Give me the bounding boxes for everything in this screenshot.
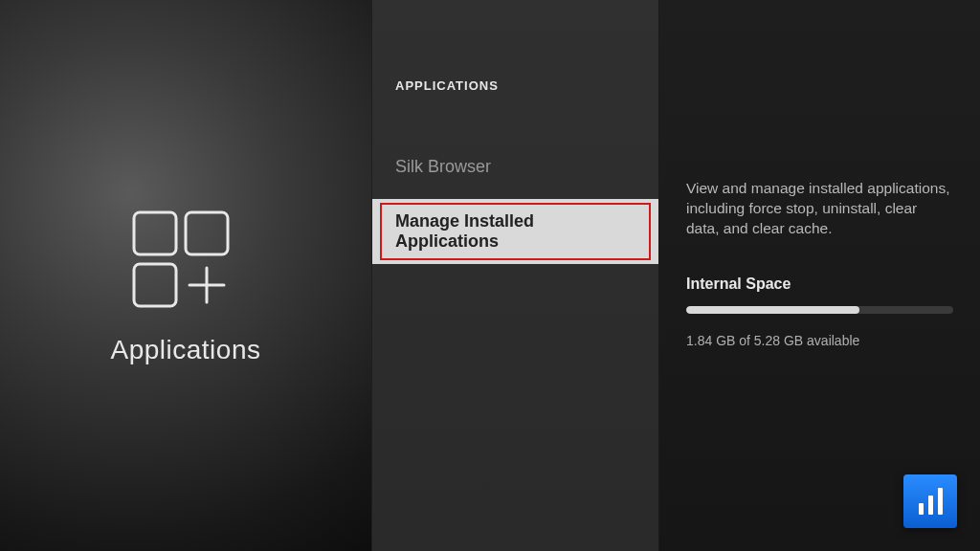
bar-chart-icon-bar [928, 496, 933, 515]
item-description: View and manage installed applications, … [686, 179, 953, 239]
menu-item-label: Manage Installed Applications [395, 211, 635, 252]
storage-text: 1.84 GB of 5.28 GB available [686, 333, 859, 348]
storage-bar-fill [686, 306, 859, 314]
left-pane-title: Applications [0, 335, 371, 365]
left-pane: Applications [0, 0, 371, 551]
menu-item-label: Silk Browser [395, 157, 491, 177]
middle-pane: APPLICATIONS Silk Browser Manage Install… [371, 0, 658, 551]
svg-rect-2 [134, 264, 176, 306]
section-header: APPLICATIONS [395, 78, 499, 93]
storage-label: Internal Space [686, 276, 791, 293]
menu-item-silk-browser[interactable]: Silk Browser [372, 134, 658, 199]
svg-rect-0 [134, 212, 176, 254]
right-pane: View and manage installed applications, … [658, 0, 980, 551]
menu-item-manage-installed-applications[interactable]: Manage Installed Applications [372, 199, 658, 264]
storage-bar [686, 306, 953, 314]
menu-list: Silk Browser Manage Installed Applicatio… [372, 134, 658, 264]
bar-chart-icon-bar [919, 503, 924, 515]
bar-chart-icon-bar [938, 488, 943, 515]
analytics-icon[interactable] [903, 474, 957, 528]
applications-icon [128, 210, 243, 316]
svg-rect-1 [186, 212, 228, 254]
